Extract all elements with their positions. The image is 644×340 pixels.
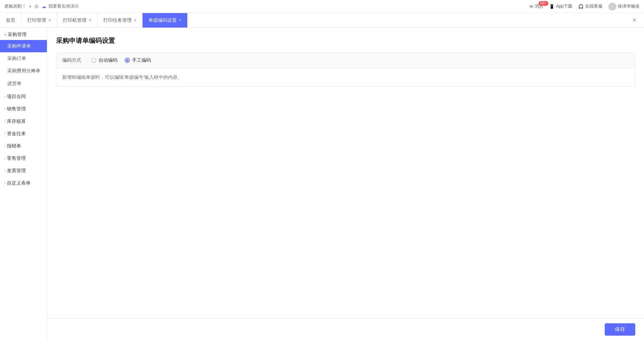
form-section: 编码方式 自动编码 手工编码 新增和编辑单据时，可以编辑'单据编号'输入框中的内…	[56, 52, 635, 87]
sidebar-group-returns: › 报销单	[0, 139, 47, 151]
message-button[interactable]: ✉ 消息 99+	[529, 3, 543, 9]
page-title: 采购申请单编码设置	[56, 36, 635, 45]
sidebar-group-project: › 项目合同	[0, 90, 47, 102]
sidebar: ▾ 采购管理 采购申请单 采购订单 采购费用分摊单 进货单 › 项目合同	[0, 28, 47, 340]
save-button[interactable]: 保存	[605, 323, 635, 336]
sidebar-item-purchase-order[interactable]: 采购订单	[0, 52, 47, 65]
radio-manual[interactable]: 手工编码	[125, 57, 151, 64]
sidebar-group-returns-label: 报销单	[7, 143, 21, 149]
tab-print-task-close[interactable]: ×	[134, 18, 136, 23]
tab-print-task-label: 打印任务管理	[103, 17, 132, 24]
sidebar-group-custom-label: 自定义表单	[7, 180, 31, 186]
chevron-down-icon: ▾	[4, 33, 6, 37]
sidebar-group-funds: › 资金往来	[0, 127, 47, 139]
chevron-right-icon: ›	[4, 131, 5, 135]
sidebar-group-sales-title[interactable]: › 销售管理	[0, 102, 47, 114]
sidebar-group-retail-label: 零售管理	[7, 155, 26, 162]
radio-auto[interactable]: 自动编码	[91, 57, 117, 64]
user-name: 徐泽华修改	[618, 3, 640, 9]
cloud-icon: ☁	[42, 4, 46, 9]
tab-print-task[interactable]: 打印任务管理 ×	[97, 13, 143, 28]
service-icon: 🎧	[578, 4, 584, 9]
chevron-right-icon: ›	[4, 119, 5, 123]
chevron-right-icon: ›	[4, 107, 5, 111]
tab-print-mgmt-close[interactable]: ×	[48, 18, 51, 23]
sidebar-group-inventory-label: 库存核算	[7, 118, 26, 125]
chevron-right-icon: ›	[4, 144, 5, 148]
message-badge: 99+	[539, 1, 548, 6]
avatar	[608, 3, 616, 11]
sidebar-group-funds-label: 资金往来	[7, 130, 26, 137]
content-inner: 采购申请单编码设置 编码方式 自动编码 手工编码	[47, 28, 644, 318]
sidebar-item-purchase-request[interactable]: 采购申请单	[0, 40, 47, 52]
sidebar-group-funds-title[interactable]: › 资金往来	[0, 127, 47, 139]
sidebar-group-project-label: 项目合同	[7, 93, 26, 100]
logo: 老板勿割！	[4, 3, 26, 9]
sidebar-group-purchase: ▾ 采购管理 采购申请单 采购订单 采购费用分摊单 进货单	[0, 28, 47, 90]
sidebar-group-retail: › 零售管理	[0, 151, 47, 164]
sidebar-item-goods-receipt-label: 进货单	[7, 81, 21, 86]
search-bar[interactable]: ☁ 我要看实例演示	[42, 3, 79, 9]
message-icon: ✉	[529, 4, 533, 9]
sidebar-group-inventory-title[interactable]: › 库存核算	[0, 114, 47, 127]
tab-doc-code-close[interactable]: ×	[179, 18, 181, 23]
sidebar-group-sales: › 销售管理	[0, 102, 47, 114]
encoding-method-label: 编码方式	[62, 57, 91, 64]
tab-doc-code[interactable]: 单据编码设置 ×	[143, 13, 188, 28]
sidebar-group-custom: › 自定义表单	[0, 176, 47, 189]
tab-home[interactable]: 首页	[0, 13, 21, 28]
radio-auto-circle	[91, 58, 96, 63]
tab-extra: ✕	[629, 17, 644, 24]
radio-group: 自动编码 手工编码	[91, 57, 151, 64]
tab-printer-mgmt[interactable]: 打印机管理 ×	[57, 13, 97, 28]
app-download-button[interactable]: 📱 App下载	[549, 3, 572, 9]
sidebar-group-invoice-label: 发票管理	[7, 167, 26, 174]
chevron-right-icon: ›	[4, 181, 5, 185]
chevron-right-icon: ›	[4, 94, 5, 98]
sidebar-item-purchase-order-label: 采购订单	[7, 56, 26, 61]
chevron-right-icon: ›	[4, 156, 5, 160]
radio-manual-circle	[125, 58, 130, 63]
main-layout: ▾ 采购管理 采购申请单 采购订单 采购费用分摊单 进货单 › 项目合同	[0, 28, 644, 340]
sidebar-group-invoice: › 发票管理	[0, 164, 47, 176]
tab-printer-mgmt-close[interactable]: ×	[89, 18, 91, 23]
content-footer: 保存	[47, 318, 644, 340]
encoding-method-row: 编码方式 自动编码 手工编码	[56, 53, 635, 68]
sidebar-item-purchase-expense[interactable]: 采购费用分摊单	[0, 65, 47, 77]
top-bar-left: 老板勿割！ ▾ ⚙ ☁ 我要看实例演示	[4, 3, 79, 9]
sidebar-group-project-title[interactable]: › 项目合同	[0, 90, 47, 102]
chevron-down-icon[interactable]: ▾	[29, 4, 31, 9]
gear-icon[interactable]: ⚙	[34, 4, 39, 9]
sidebar-item-purchase-expense-label: 采购费用分摊单	[7, 68, 40, 73]
service-label: 在线客服	[585, 3, 603, 9]
radio-manual-label: 手工编码	[132, 57, 151, 64]
sidebar-group-sales-label: 销售管理	[7, 106, 26, 112]
tab-bar: 首页 打印管理 × 打印机管理 × 打印任务管理 × 单据编码设置 × ✕	[0, 13, 644, 28]
content-area: 采购申请单编码设置 编码方式 自动编码 手工编码	[47, 28, 644, 340]
sidebar-group-purchase-title[interactable]: ▾ 采购管理	[0, 28, 47, 40]
top-bar-right: ✉ 消息 99+ 📱 App下载 🎧 在线客服 徐泽华修改	[529, 3, 640, 11]
tab-printer-mgmt-label: 打印机管理	[63, 17, 87, 24]
sidebar-item-goods-receipt[interactable]: 进货单	[0, 77, 47, 90]
online-service-button[interactable]: 🎧 在线客服	[578, 3, 603, 9]
sidebar-group-invoice-title[interactable]: › 发票管理	[0, 164, 47, 176]
sidebar-item-purchase-request-label: 采购申请单	[7, 43, 31, 49]
radio-auto-label: 自动编码	[99, 57, 117, 64]
window-close-icon[interactable]: ✕	[629, 16, 640, 25]
tab-home-label: 首页	[6, 17, 15, 24]
user-menu[interactable]: 徐泽华修改	[608, 3, 640, 11]
search-text: 我要看实例演示	[48, 3, 79, 9]
sidebar-group-returns-title[interactable]: › 报销单	[0, 139, 47, 151]
chevron-right-icon: ›	[4, 169, 5, 173]
app-icon: 📱	[549, 4, 555, 9]
hint-text: 新增和编辑单据时，可以编辑'单据编号'输入框中的内容。	[56, 68, 635, 86]
sidebar-group-custom-title[interactable]: › 自定义表单	[0, 176, 47, 189]
sidebar-group-purchase-label: 采购管理	[8, 31, 27, 38]
top-bar: 老板勿割！ ▾ ⚙ ☁ 我要看实例演示 ✉ 消息 99+ 📱 App下载 🎧 在…	[0, 0, 644, 13]
tab-print-mgmt[interactable]: 打印管理 ×	[21, 13, 57, 28]
tab-print-mgmt-label: 打印管理	[27, 17, 46, 24]
app-label: App下载	[556, 3, 572, 9]
tab-doc-code-label: 单据编码设置	[148, 17, 177, 24]
sidebar-group-inventory: › 库存核算	[0, 114, 47, 127]
sidebar-group-retail-title[interactable]: › 零售管理	[0, 151, 47, 164]
